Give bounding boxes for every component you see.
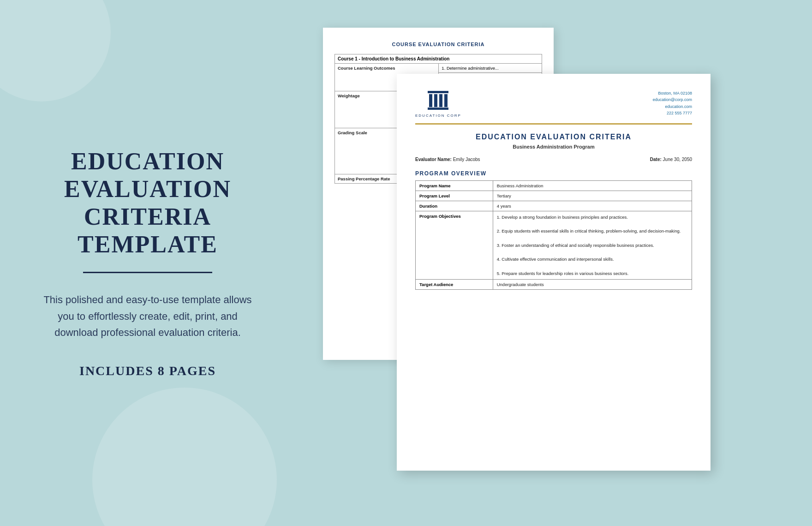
svg-rect-2	[434, 94, 437, 107]
main-title: EDUCATIONEVALUATION CRITERIATEMPLATE	[37, 148, 258, 258]
table-row: Target Audience Undergraduate students	[416, 279, 692, 289]
evaluator-label: Evaluator Name:	[415, 157, 452, 162]
phone: 222 555 7777	[653, 110, 692, 116]
table-row: Program Name Business Administration	[416, 181, 692, 191]
company-name: EDUCATION CORP	[415, 114, 461, 118]
svg-rect-0	[428, 91, 448, 93]
objectives-value: 1. Develop a strong foundation in busine…	[493, 211, 692, 280]
date-value: June 30, 2050	[663, 157, 692, 162]
table-row: Program Objectives 1. Develop a strong f…	[416, 211, 692, 280]
doc-front: EDUCATION CORP Boston, MA 02108 educatio…	[397, 74, 710, 471]
company-logo-icon	[425, 90, 451, 111]
svg-rect-1	[429, 94, 432, 107]
logo-area: EDUCATION CORP	[415, 90, 461, 118]
svg-rect-5	[428, 108, 448, 110]
section-heading: PROGRAM OVERVIEW	[415, 170, 692, 177]
svg-rect-4	[444, 94, 448, 107]
includes-text: INCLUDES 8 PAGES	[79, 364, 216, 378]
date-label: Date:	[650, 157, 662, 162]
contact-info: Boston, MA 02108 education@corp.com educ…	[653, 90, 692, 117]
program-name-label: Program Name	[416, 181, 493, 191]
program-name-value: Business Administration	[493, 181, 692, 191]
duration-label: Duration	[416, 201, 493, 211]
front-header: EDUCATION CORP Boston, MA 02108 educatio…	[415, 90, 692, 125]
program-overview-table: Program Name Business Administration Pro…	[415, 180, 692, 290]
program-level-value: Tertiary	[493, 191, 692, 201]
subtitle-text: This polished and easy-to-use template a…	[37, 292, 258, 341]
address: Boston, MA 02108	[653, 90, 692, 96]
left-panel: EDUCATIONEVALUATION CRITERIATEMPLATE Thi…	[0, 0, 295, 526]
table-row: Course 1 - Introduction to Business Admi…	[335, 54, 542, 64]
duration-value: 4 years	[493, 201, 692, 211]
evaluator-name: Emily Jacobs	[453, 157, 480, 162]
email: education@corp.com	[653, 96, 692, 103]
table-row: Duration 4 years	[416, 201, 692, 211]
evaluator-row: Evaluator Name: Emily Jacobs Date: June …	[415, 157, 692, 162]
title-divider	[83, 272, 212, 273]
front-sub-title: Business Administration Program	[415, 144, 692, 149]
doc-back-title: COURSE EVALUATION CRITERIA	[334, 42, 542, 47]
date-field: Date: June 30, 2050	[650, 157, 692, 162]
evaluator-field: Evaluator Name: Emily Jacobs	[415, 157, 480, 162]
table-row: Program Level Tertiary	[416, 191, 692, 201]
front-main-title: EDUCATION EVALUATION CRITERIA	[415, 133, 692, 141]
target-audience-value: Undergraduate students	[493, 279, 692, 289]
target-audience-label: Target Audience	[416, 279, 493, 289]
course-header: Course 1 - Introduction to Business Admi…	[335, 54, 542, 64]
svg-rect-3	[439, 94, 442, 107]
objectives-label: Program Objectives	[416, 211, 493, 280]
website: education.com	[653, 103, 692, 110]
outcome-1: 1. Determine administrative...	[439, 64, 542, 73]
table-row: Course Learning Outcomes 1. Determine ad…	[335, 64, 542, 73]
program-level-label: Program Level	[416, 191, 493, 201]
right-panel: COURSE EVALUATION CRITERIA Course 1 - In…	[295, 0, 812, 526]
